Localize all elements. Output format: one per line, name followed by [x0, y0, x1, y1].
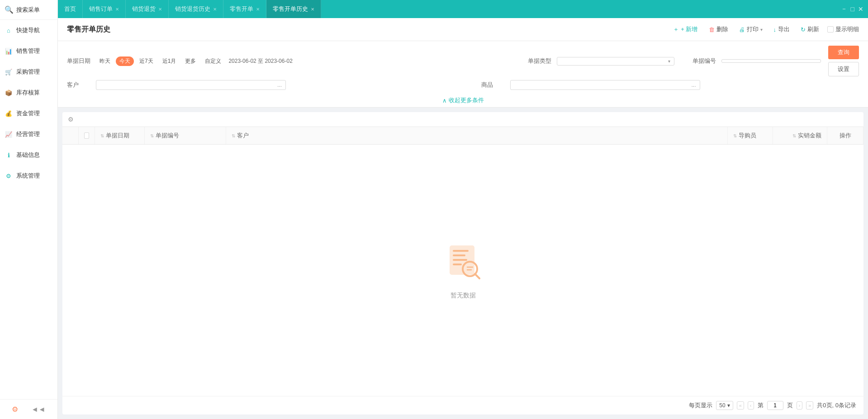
table-toolbar: ⚙ — [62, 112, 863, 127]
page-title: 零售开单历史 — [67, 25, 110, 34]
page-input[interactable] — [767, 401, 783, 410]
query-button[interactable]: 查询 — [828, 46, 859, 59]
sidebar-item-sales-mgmt[interactable]: 📊 销售管理 — [0, 41, 57, 61]
refresh-button[interactable]: ↻ 刷新 — [798, 24, 822, 35]
prev-page-btn[interactable]: ‹ — [748, 401, 754, 410]
sidebar-bottom: ⚙ ◄◄ — [0, 399, 57, 419]
date-range-display: 2023-06-02 至 2023-06-02 — [228, 57, 292, 65]
export-icon: ↓ — [773, 26, 777, 33]
add-icon: ＋ — [673, 25, 679, 33]
date-btn-today[interactable]: 今天 — [116, 56, 134, 66]
tab-retail-open[interactable]: 零售开单 ✕ — [223, 0, 266, 18]
th-amount[interactable]: ⇅ 实销金额 — [773, 127, 827, 144]
per-page-select[interactable]: 50 ▾ — [716, 401, 733, 410]
tab-bar-right: － □ ✕ — [841, 5, 868, 13]
date-btn-yesterday[interactable]: 昨天 — [96, 56, 114, 66]
window-close-btn[interactable]: ✕ — [858, 5, 863, 13]
date-btn-more[interactable]: 更多 — [181, 56, 199, 66]
tab-close-icon[interactable]: ✕ — [311, 7, 314, 12]
window-maximize-btn[interactable]: □ — [851, 5, 854, 13]
sidebar-search[interactable]: 🔍 搜索采单 — [0, 0, 57, 20]
sidebar-item-label: 采购管理 — [16, 68, 40, 76]
tab-close-icon[interactable]: ✕ — [158, 7, 162, 12]
th-customer[interactable]: ⇅ 客户 — [226, 127, 728, 144]
sidebar-item-label: 库存核算 — [16, 89, 40, 97]
svg-rect-4 — [453, 264, 462, 265]
sidebar-item-operations[interactable]: 📈 经营管理 — [0, 124, 57, 145]
page-header: 零售开单历史 ＋ + 新增 🗑 删除 🖨 打印 ▾ ↓ 导出 — [58, 18, 868, 41]
goods-filter-label: 商品 — [481, 81, 507, 89]
bar-icon: 📈 — [5, 130, 13, 138]
svg-rect-2 — [453, 254, 465, 256]
th-settings — [62, 127, 79, 144]
table-settings-icon[interactable]: ⚙ — [68, 116, 74, 123]
date-btn-custom[interactable]: 自定义 — [201, 56, 225, 66]
filter-group-date: 单据日期 昨天 今天 近7天 近1月 更多 自定义 2023-06-02 至 2… — [67, 56, 510, 66]
table-section: ⚙ ⇅ 单据日期 ⇅ 单据编号 ⇅ 客户 — [62, 112, 863, 414]
shopping-icon: 🛒 — [5, 68, 13, 76]
home-icon: ⌂ — [5, 26, 13, 34]
no-filter-input[interactable] — [721, 59, 821, 63]
sidebar-item-purchase-mgmt[interactable]: 🛒 采购管理 — [0, 61, 57, 82]
sort-icon: ⇅ — [100, 133, 104, 138]
th-date[interactable]: ⇅ 单据日期 — [95, 127, 145, 144]
type-filter-select[interactable]: ▾ — [557, 57, 674, 66]
tab-sales-return[interactable]: 销货退货 ✕ — [126, 0, 169, 18]
empty-text: 暂无数据 — [451, 292, 476, 300]
next-page-btn[interactable]: › — [797, 401, 803, 410]
date-filter-label: 单据日期 — [67, 57, 92, 65]
tab-sales-return-history[interactable]: 销货退货历史 ✕ — [169, 0, 223, 18]
sidebar-item-label: 基础信息 — [16, 151, 40, 159]
filter-group-goods: 商品 ... — [481, 80, 859, 90]
tab-retail-open-history[interactable]: 零售开单历史 ✕ — [266, 0, 321, 18]
filter-row-1: 单据日期 昨天 今天 近7天 近1月 更多 自定义 2023-06-02 至 2… — [67, 46, 859, 76]
date-quick-btns: 昨天 今天 近7天 近1月 更多 自定义 — [96, 56, 225, 66]
show-detail-checkbox[interactable] — [827, 26, 834, 33]
add-button[interactable]: ＋ + 新增 — [670, 24, 700, 35]
first-page-btn[interactable]: « — [737, 401, 744, 410]
print-icon: 🖨 — [739, 26, 745, 33]
sidebar-item-quick-nav[interactable]: ⌂ 快捷导航 — [0, 20, 57, 41]
sidebar-item-label: 系统管理 — [16, 172, 40, 180]
sidebar-item-finance[interactable]: 💰 资金管理 — [0, 103, 57, 124]
sidebar-item-base-info[interactable]: ℹ 基础信息 — [0, 145, 57, 165]
tab-close-icon[interactable]: ✕ — [115, 7, 119, 12]
sort-icon: ⇅ — [792, 133, 796, 138]
sidebar-item-sys-mgmt[interactable]: ⚙ 系统管理 — [0, 165, 57, 186]
info-icon: ℹ — [5, 151, 13, 159]
last-page-btn[interactable]: » — [806, 401, 813, 410]
select-all-checkbox[interactable] — [84, 132, 89, 139]
svg-line-6 — [475, 274, 479, 278]
chevron-up-icon: ∧ — [442, 97, 447, 104]
sidebar-nav: ⌂ 快捷导航 📊 销售管理 🛒 采购管理 📦 库存核算 💰 资金管理 📈 经营管… — [0, 20, 57, 399]
export-button[interactable]: ↓ 导出 — [771, 24, 793, 35]
content-area: 零售开单历史 ＋ + 新增 🗑 删除 🖨 打印 ▾ ↓ 导出 — [58, 18, 868, 419]
tab-close-icon[interactable]: ✕ — [213, 7, 217, 12]
date-btn-1month[interactable]: 近1月 — [159, 56, 180, 66]
show-detail-toggle[interactable]: 显示明细 — [827, 25, 859, 33]
th-guide[interactable]: ⇅ 导购员 — [728, 127, 773, 144]
collapse-sidebar-icon[interactable]: ◄◄ — [31, 405, 46, 414]
type-filter-label: 单据类型 — [528, 57, 553, 65]
settings-icon[interactable]: ⚙ — [12, 405, 18, 414]
tab-home[interactable]: 首页 — [58, 0, 83, 18]
tab-close-icon[interactable]: ✕ — [256, 7, 260, 12]
delete-button[interactable]: 🗑 删除 — [706, 24, 731, 35]
sort-icon: ⇅ — [232, 133, 235, 138]
sidebar-item-inventory[interactable]: 📦 库存核算 — [0, 82, 57, 103]
window-minimize-btn[interactable]: － — [841, 5, 847, 13]
set-button[interactable]: 设置 — [828, 62, 859, 76]
sort-icon: ⇅ — [733, 133, 737, 138]
page-suffix: 页 — [787, 401, 793, 410]
tab-sales-order[interactable]: 销售订单 ✕ — [83, 0, 126, 18]
search-icon: 🔍 — [5, 5, 14, 14]
date-btn-7days[interactable]: 近7天 — [136, 56, 157, 66]
print-button[interactable]: 🖨 打印 ▾ — [736, 24, 765, 35]
filter-group-type: 单据类型 ▾ — [528, 57, 674, 66]
filter-group-customer: 客户 ... — [67, 80, 445, 90]
collapse-filter-btn[interactable]: ∧ 收起更多条件 — [67, 94, 859, 105]
th-check[interactable] — [79, 127, 95, 144]
th-no[interactable]: ⇅ 单据编号 — [145, 127, 226, 144]
customer-filter-input[interactable]: ... — [96, 80, 286, 90]
goods-filter-input[interactable]: ... — [510, 80, 700, 90]
